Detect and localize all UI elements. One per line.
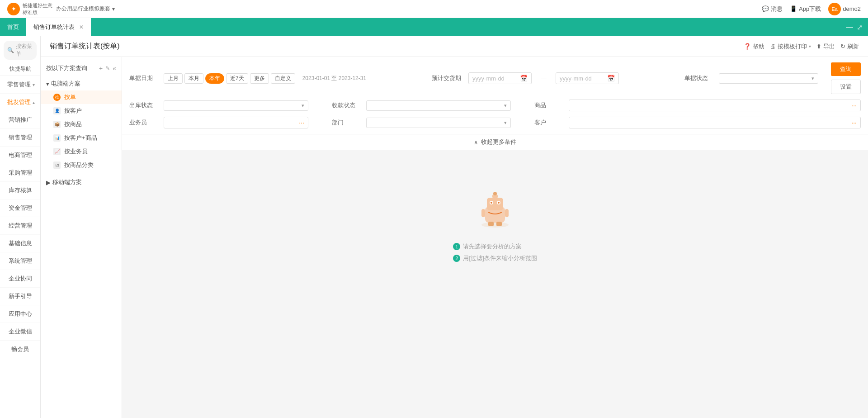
goods-input[interactable]: ···: [569, 100, 861, 111]
scheme-item-by-order[interactable]: 按 按单: [41, 90, 122, 104]
print-icon: 🖨: [770, 43, 776, 50]
scheme-item-by-cust-goods[interactable]: 📊 按客户+商品: [41, 131, 122, 145]
tab-home[interactable]: 首页: [0, 18, 26, 36]
scheme-section-pc-header[interactable]: ▾ 电脑端方案: [41, 77, 122, 90]
chevron-up-icon: ▴: [33, 100, 35, 105]
sidebar-item-newbie[interactable]: 新手引导: [0, 288, 40, 305]
sidebar-item-inventory[interactable]: 库存核算: [0, 182, 40, 200]
sidebar-item-system[interactable]: 系统管理: [0, 252, 40, 270]
customer-input[interactable]: ···: [569, 117, 861, 128]
maximize-button[interactable]: ⤢: [857, 23, 863, 32]
sidebar-item-retail[interactable]: 零售管理 ▾: [0, 76, 40, 94]
sidebar-item-coop[interactable]: 企业协同: [0, 270, 40, 288]
refresh-icon: ↻: [840, 43, 845, 50]
expected-date-label: 预计交货期: [432, 74, 461, 82]
date-buttons: 上月 本月 本年 近7天 更多 自定义: [164, 73, 295, 84]
tab-bar: 首页 销售订单统计表 ✕ — ⤢: [0, 18, 868, 36]
settings-button[interactable]: 设置: [831, 80, 861, 94]
add-scheme-icon[interactable]: +: [99, 65, 103, 72]
svg-rect-12: [496, 222, 502, 226]
search-icon: 🔍: [7, 47, 14, 53]
filter-row-1: 单据日期 上月 本月 本年 近7天 更多 自定义 2023-01-01 至 20…: [129, 62, 861, 94]
last-7-days-button[interactable]: 近7天: [226, 73, 248, 84]
sidebar-item-appcenter[interactable]: 应用中心: [0, 305, 40, 323]
last-month-button[interactable]: 上月: [164, 73, 183, 84]
custom-date-button[interactable]: 自定义: [271, 73, 295, 84]
this-month-button[interactable]: 本月: [184, 73, 203, 84]
scheme-icon: 📊: [53, 134, 61, 142]
scheme-item-by-goods[interactable]: 📦 按商品: [41, 118, 122, 131]
scheme-item-by-category[interactable]: 🗂 按商品分类: [41, 158, 122, 172]
sidebar-item-ecommerce[interactable]: 电商管理: [0, 147, 40, 164]
breadcrumb[interactable]: 办公用品行业模拟账套 ▾: [56, 5, 115, 13]
customer-label: 客户: [534, 119, 561, 127]
sidebar-item-shortcut[interactable]: 快捷导航: [0, 62, 40, 76]
expected-date-to-input[interactable]: yyyy-mm-dd 📅: [556, 72, 619, 84]
empty-state: 1 请先选择要分析的方案 2 用[过滤]条件来缩小分析范围: [122, 150, 868, 300]
top-bar-right: 💬 消息 📱 App下载 Ea demo2: [762, 3, 861, 15]
print-button[interactable]: 🖨 按模板打印 ▾: [770, 43, 811, 51]
filter-row-3: 业务员 ··· 部门 ▾ 客户: [129, 117, 861, 128]
collapse-panel-icon[interactable]: «: [113, 65, 116, 72]
search-button[interactable]: 查询: [831, 62, 861, 76]
sidebar-item-wechat[interactable]: 企业微信: [0, 323, 40, 341]
ship-status-select[interactable]: ▾: [164, 100, 308, 111]
scheme-item-by-customer[interactable]: 👤 按客户: [41, 104, 122, 118]
message-button[interactable]: 💬 消息: [762, 5, 783, 13]
scheme-section-mobile-header[interactable]: ▶ 移动端方案: [41, 176, 122, 189]
export-button[interactable]: ⬆ 导出: [816, 43, 835, 51]
empty-tip-1: 1 请先选择要分析的方案: [453, 241, 537, 252]
pay-chevron-icon: ▾: [504, 103, 507, 109]
tab-close-icon[interactable]: ✕: [79, 24, 84, 30]
avatar: Ea: [828, 3, 841, 15]
sidebar-item-basic[interactable]: 基础信息: [0, 235, 40, 252]
date-label: 单据日期: [129, 74, 156, 82]
collapse-bar[interactable]: ∧ 收起更多条件: [122, 134, 868, 150]
date-divider: —: [539, 75, 548, 82]
sidebar-item-finance[interactable]: 资金管理: [0, 200, 40, 217]
goods-more-icon[interactable]: ···: [851, 102, 857, 109]
app-download-button[interactable]: 📱 App下载: [790, 5, 821, 13]
calendar-from-icon[interactable]: 📅: [520, 75, 528, 82]
dept-chevron-icon: ▾: [504, 120, 507, 126]
pay-status-select[interactable]: ▾: [366, 100, 511, 111]
sidebar-item-wholesale[interactable]: 批发管理 ▴: [0, 94, 40, 111]
this-year-button[interactable]: 本年: [205, 73, 224, 84]
expected-date-from-input[interactable]: yyyy-mm-dd 📅: [468, 72, 532, 84]
empty-tip-2: 2 用[过滤]条件来缩小分析范围: [453, 252, 537, 264]
search-input[interactable]: 🔍 搜索菜单: [4, 41, 37, 60]
sidebar-item-sales-mgmt[interactable]: 销售管理: [0, 129, 40, 147]
print-arrow-icon[interactable]: ▾: [809, 44, 811, 49]
window-controls: — ⤢: [846, 23, 868, 32]
tab-sales-stat[interactable]: 销售订单统计表 ✕: [26, 18, 91, 36]
date-range-text: 2023-01-01 至 2023-12-31: [302, 75, 366, 82]
left-scheme-panel: 按以下方案查询 + ✎ « ▾ 电脑端方案 按 按单: [41, 57, 122, 418]
sidebar-item-marketing[interactable]: 营销推广: [0, 111, 40, 129]
logo-text: 畅捷通好生意 标准版: [23, 2, 52, 15]
edit-scheme-icon[interactable]: ✎: [105, 65, 110, 71]
customer-more-icon[interactable]: ···: [851, 119, 857, 126]
chevron-down-icon: ▾: [33, 82, 35, 87]
salesman-input[interactable]: ···: [164, 117, 308, 128]
calendar-to-icon[interactable]: 📅: [607, 75, 615, 82]
scheme-item-by-salesman[interactable]: 📈 按业务员: [41, 145, 122, 158]
export-icon: ⬆: [816, 43, 821, 50]
status-select[interactable]: ▾: [719, 73, 818, 84]
sidebar-item-operation[interactable]: 经营管理: [0, 217, 40, 235]
message-icon: 💬: [762, 5, 769, 12]
more-date-button[interactable]: 更多: [250, 73, 269, 84]
refresh-button[interactable]: ↻ 刷新: [840, 43, 859, 51]
dept-select[interactable]: ▾: [366, 118, 511, 128]
sidebar-item-member[interactable]: 畅会员: [0, 341, 40, 358]
content-wrapper: 按以下方案查询 + ✎ « ▾ 电脑端方案 按 按单: [41, 57, 868, 418]
top-bar: ✦ 畅捷通好生意 标准版 办公用品行业模拟账套 ▾ 💬 消息 📱 App下载 E…: [0, 0, 868, 18]
breadcrumb-arrow[interactable]: ▾: [112, 6, 115, 12]
filter-row-2: 出库状态 ▾ 收款状态 ▾ 商品: [129, 100, 861, 111]
svg-point-0: [481, 222, 509, 228]
minimize-button[interactable]: —: [846, 23, 853, 31]
salesman-more-icon[interactable]: ···: [299, 119, 304, 126]
help-button[interactable]: ❓ 帮助: [744, 43, 764, 51]
salesman-label: 业务员: [129, 119, 156, 127]
user-area[interactable]: Ea demo2: [828, 3, 861, 15]
sidebar-item-purchase[interactable]: 采购管理: [0, 164, 40, 182]
